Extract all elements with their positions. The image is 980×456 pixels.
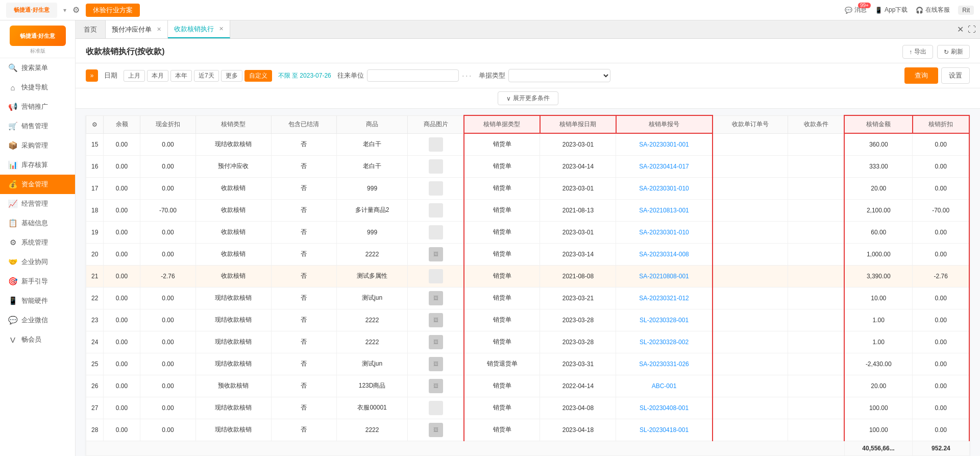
cancel-bill-no-link[interactable]: SA-20230301-010 [639, 185, 689, 192]
custom-date-button[interactable]: 自定义 [244, 70, 272, 82]
sidebar-item-basics[interactable]: 📋基础信息 [0, 213, 75, 233]
th-settings[interactable]: ⚙ [86, 115, 104, 133]
sidebar-item-hardware[interactable]: 📱智能硬件 [0, 291, 75, 310]
cancel-bill-no-link[interactable]: SA-20230321-012 [639, 295, 689, 302]
sidebar-item-marketing[interactable]: 📢营销推广 [0, 97, 75, 116]
sidebar-item-operations[interactable]: 📈经营管理 [0, 194, 75, 213]
cell-cancel-bill-no: SL-20230418-001 [616, 419, 713, 441]
dropdown-arrow-icon[interactable]: ▾ [63, 7, 66, 14]
expand-more-button[interactable]: ∨ 展开更多条件 [498, 91, 558, 105]
cell-cancel-bill-date: 2023-03-31 [540, 353, 616, 375]
tab-prepay[interactable]: 预付冲应付单 ✕ [106, 20, 168, 38]
refresh-icon: ↻ [944, 49, 949, 56]
cell-cancel-amount: 360.00 [844, 133, 913, 155]
sidebar-item-member[interactable]: V畅会员 [0, 330, 75, 349]
filter-expand-button[interactable]: » [86, 69, 98, 82]
table-row: 20 0.00 0.00 收款核销 否 2222 🖼 销货单 2023-03-1… [86, 243, 970, 265]
goods-img: 🖼 [429, 357, 443, 371]
cell-cash-discount: 0.00 [140, 419, 195, 441]
cell-cancel-bill-no: SA-20230414-017 [616, 155, 713, 177]
cancel-bill-no-link[interactable]: SL-20230408-001 [640, 404, 689, 412]
gear-icon[interactable]: ⚙ [72, 5, 80, 15]
query-button[interactable]: 查询 [904, 67, 938, 84]
sidebar-item-purchase[interactable]: 📦采购管理 [0, 136, 75, 155]
cell-goods: 2222 [337, 419, 408, 441]
message-button[interactable]: 💬 消息 99+ [845, 6, 867, 14]
cell-balance: 0.00 [104, 265, 140, 287]
cancel-bill-no-link[interactable]: SA-20210808-001 [639, 273, 689, 280]
cell-receipt-terms [788, 155, 844, 177]
unit-filter-dots[interactable]: ··· [462, 70, 473, 81]
sidebar-item-sales[interactable]: 🛒销售管理 [0, 116, 75, 136]
tab-home[interactable]: 首页 [76, 20, 106, 38]
tab-maximize-icon[interactable]: ⛶ [968, 25, 976, 34]
cell-cash-discount: 0.00 [140, 177, 195, 199]
tab-close-all-icon[interactable]: ✕ [957, 25, 964, 34]
online-service-button[interactable]: 🎧 在线客服 [916, 6, 950, 14]
cell-cancel-bill-type: 销货单 [464, 265, 540, 287]
cancel-bill-no-link[interactable]: SA-20230331-026 [639, 361, 689, 368]
cancel-bill-no-link[interactable]: SL-20230328-001 [640, 317, 689, 324]
top-bar: 畅捷通·好生意 ▾ ⚙ 休验行业方案 💬 消息 99+ 📱 App下载 🎧 在线… [0, 0, 980, 20]
cell-cancel-type: 收款核销 [196, 265, 271, 287]
cancel-bill-no-link[interactable]: SA-20230301-001 [639, 141, 689, 148]
cell-cancel-bill-date: 2023-03-01 [540, 221, 616, 243]
tab-receipt-cancel[interactable]: 收款核销执行 ✕ [168, 20, 230, 38]
cell-cancel-bill-type: 销货单 [464, 133, 540, 155]
sidebar-item-guide[interactable]: 🎯新手引导 [0, 272, 75, 291]
cell-goods: 123D商品 [337, 375, 408, 397]
cell-seq: 15 [86, 133, 104, 155]
more-date-button[interactable]: 更多 [221, 70, 242, 82]
cancel-bill-no-link[interactable]: SL-20230328-002 [640, 339, 689, 346]
cell-cancel-type: 收款核销 [196, 243, 271, 265]
table-row: 26 0.00 0.00 预收款核销 否 123D商品 🖼 销货单 2022-0… [86, 375, 970, 397]
tab-bar: 首页 预付冲应付单 ✕ 收款核销执行 ✕ ✕ ⛶ [76, 20, 980, 39]
phone-icon: 📱 [875, 7, 883, 14]
cell-cancel-bill-type: 销货单 [464, 375, 540, 397]
sidebar-item-wechat[interactable]: 💬企业微信 [0, 310, 75, 330]
cell-cancel-bill-no: SA-20230301-001 [616, 133, 713, 155]
cell-receipt-order-no [713, 133, 788, 155]
app-download-button[interactable]: 📱 App下载 [875, 6, 908, 14]
refresh-button[interactable]: ↻ 刷新 [937, 45, 970, 59]
industry-solution-button[interactable]: 休验行业方案 [86, 4, 140, 17]
tab-prepay-close-icon[interactable]: ✕ [157, 26, 161, 33]
last-month-button[interactable]: 上月 [124, 70, 145, 82]
cell-cancel-amount: 10.00 [844, 287, 913, 309]
cell-include-settled: 否 [271, 199, 336, 221]
user-avatar[interactable]: Rit [958, 6, 974, 15]
goods-img: 🖼 [429, 423, 443, 437]
cell-include-settled: 否 [271, 353, 336, 375]
tab-receipt-cancel-close-icon[interactable]: ✕ [219, 26, 224, 32]
cell-cancel-bill-no: SA-20230301-010 [616, 177, 713, 199]
sidebar-item-inventory[interactable]: 📊库存核算 [0, 155, 75, 175]
th-balance: 余额 [104, 115, 140, 133]
sidebar-item-finance[interactable]: 💰资金管理 [0, 175, 75, 194]
setting-button[interactable]: 设置 [941, 67, 970, 84]
table-row: 27 0.00 0.00 现结收款核销 否 衣服00001 销货单 2023-0… [86, 397, 970, 419]
cancel-bill-no-link[interactable]: SA-20210813-001 [639, 207, 689, 214]
sidebar-item-enterprise[interactable]: 🤝企业协同 [0, 252, 75, 272]
cancel-bill-no-link[interactable]: SA-20230414-017 [639, 163, 689, 170]
unit-filter-input[interactable] [367, 69, 459, 82]
this-year-button[interactable]: 本年 [170, 70, 192, 82]
cell-cancel-amount: 100.00 [844, 397, 913, 419]
cell-goods-img: 🖼 [408, 353, 464, 375]
sidebar-item-search[interactable]: 🔍搜索菜单 [0, 58, 75, 78]
cell-include-settled: 否 [271, 397, 336, 419]
sidebar-item-system[interactable]: ⚙系统管理 [0, 233, 75, 252]
cell-cancel-bill-no: SA-20230301-010 [616, 221, 713, 243]
cancel-bill-no-link[interactable]: SL-20230418-001 [640, 426, 689, 434]
cell-cash-discount: -2.76 [140, 265, 195, 287]
cancel-bill-no-link[interactable]: SA-20230301-010 [639, 229, 689, 236]
member-icon: V [8, 335, 17, 344]
cancel-bill-no-link[interactable]: ABC-001 [652, 382, 677, 390]
cancel-bill-no-link[interactable]: SA-20230314-008 [639, 251, 689, 258]
this-month-button[interactable]: 本月 [147, 70, 168, 82]
7days-button[interactable]: 近7天 [194, 70, 219, 82]
sidebar-item-quick-nav[interactable]: ⌂快捷导航 [0, 78, 75, 97]
export-button[interactable]: ↑ 导出 [902, 45, 933, 59]
cell-cancel-bill-type: 销货单 [464, 397, 540, 419]
cell-include-settled: 否 [271, 375, 336, 397]
bill-type-select[interactable] [508, 69, 610, 82]
